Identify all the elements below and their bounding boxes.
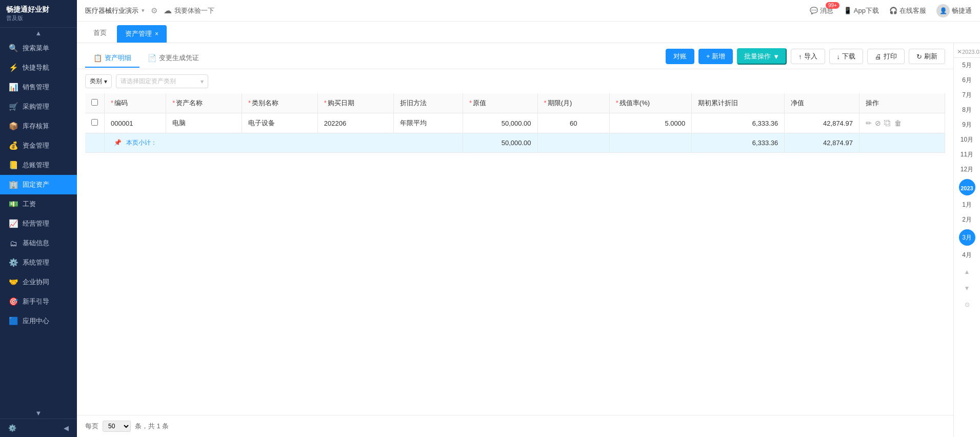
sidebar-item-payroll[interactable]: 💵工资: [0, 194, 77, 214]
rp-header: ✕ 2023.03 ⛶: [954, 46, 980, 58]
sidebar-item-ledger[interactable]: 📒总账管理: [0, 155, 77, 175]
sidebar-collapse-icon[interactable]: ◀: [64, 424, 69, 432]
header-depreciation-method: 折旧方法: [393, 93, 463, 113]
edit-icon-0[interactable]: ✏: [866, 119, 872, 127]
sidebar-scroll-up[interactable]: ▲: [0, 28, 77, 38]
header-accumulated-depreciation: 期初累计折旧: [692, 93, 785, 113]
sidebar-item-purchase[interactable]: 🛒采购管理: [0, 97, 77, 116]
header-checkbox-col: [85, 93, 105, 113]
rp-month-3月[interactable]: 3月: [959, 229, 975, 246]
rp-month-9月[interactable]: 9月: [959, 117, 975, 132]
sidebar-footer: ⚙️ ◀: [0, 419, 77, 437]
rp-month-5月[interactable]: 5月: [959, 58, 975, 73]
voucher-tab-label: 变更生成凭证: [159, 53, 199, 63]
avatar: 👤: [936, 4, 950, 17]
subtotal-accumulated: 6,333.36: [692, 133, 785, 153]
subtotal-checkbox: [85, 133, 105, 153]
rp-year-label: 2023.03: [962, 49, 980, 55]
row-category-0: 电子设备: [242, 113, 318, 133]
message-icon: 💬: [810, 7, 818, 14]
per-page-label: 每页: [85, 422, 98, 431]
sidebar-item-sales[interactable]: 📊销售管理: [0, 77, 77, 97]
assets-tab-icon: 📋: [93, 54, 102, 62]
rp-month-12月[interactable]: 12月: [959, 162, 975, 177]
sidebar-item-guide[interactable]: 🎯新手引导: [0, 292, 77, 311]
app-download-button[interactable]: 📱 App下载: [844, 6, 879, 15]
rp-month-4月[interactable]: 4月: [959, 248, 975, 263]
rp-month-1月[interactable]: 1月: [959, 197, 975, 212]
online-service-button[interactable]: 🎧 在线客服: [889, 6, 926, 15]
sidebar-item-capital[interactable]: 💰资金管理: [0, 136, 77, 155]
rp-month-10月[interactable]: 10月: [959, 132, 975, 147]
category-filter[interactable]: 类别 ▾: [85, 74, 112, 88]
refresh-label: 刷新: [924, 52, 937, 61]
disable-icon-0[interactable]: ⊘: [875, 119, 881, 127]
batch-ops-button[interactable]: 批量操作 ▼: [737, 48, 787, 65]
subtotal-actions: [859, 133, 945, 153]
rp-month-2月[interactable]: 2月: [959, 212, 975, 227]
row-purchase-date-0: 202206: [317, 113, 393, 133]
sidebar-item-system[interactable]: ⚙️系统管理: [0, 253, 77, 272]
reconcile-button[interactable]: 对账: [666, 49, 694, 64]
refresh-button[interactable]: ↻ 刷新: [909, 49, 945, 64]
rp-month-11月[interactable]: 11月: [959, 147, 975, 162]
row-code-0: 000001: [105, 113, 166, 133]
per-page-select[interactable]: 50 100: [103, 421, 131, 432]
rp-month-8月[interactable]: 8月: [959, 103, 975, 117]
main-content: 医疗器械行业演示 ▾ ⚙ ☁ 我要体验一下 💬 消息 99+ 📱 App下载 🎧…: [77, 0, 980, 437]
rp-bottom-icon-1[interactable]: ▼: [960, 281, 974, 295]
tab-home[interactable]: 首页: [85, 24, 115, 43]
delete-icon-0[interactable]: 🗑: [894, 119, 902, 127]
download-button[interactable]: ↓ 下载: [829, 49, 864, 64]
rp-close-icon[interactable]: ✕: [957, 48, 962, 55]
sidebar-item-fixedassets[interactable]: 🏢固定资产: [0, 175, 77, 194]
username: 畅捷通: [952, 6, 972, 15]
sidebar-item-basic[interactable]: 🗂基础信息: [0, 233, 77, 253]
tab-asset-management[interactable]: 资产管理 ×: [117, 25, 167, 43]
sidebar-scroll-down[interactable]: ▼: [0, 408, 77, 419]
row-select-0[interactable]: [91, 119, 98, 126]
rp-month-7月[interactable]: 7月: [959, 88, 975, 103]
new-button[interactable]: + 新增: [698, 49, 733, 64]
select-all-checkbox[interactable]: [91, 99, 98, 106]
copy-icon-0[interactable]: ⿻: [884, 119, 891, 127]
category-select-input[interactable]: 请选择固定资产类别 ▾: [116, 74, 208, 88]
experience-button[interactable]: ☁ 我要体验一下: [164, 6, 214, 15]
sidebar-item-appstore[interactable]: 🟦应用中心: [0, 311, 77, 331]
sidebar-label-fixedassets: 固定资产: [23, 180, 49, 189]
import-button[interactable]: ↑ 导入: [791, 49, 825, 64]
sidebar-icon-appstore: 🟦: [8, 316, 18, 326]
row-dep-method-0: 年限平均: [393, 113, 463, 133]
header-purchase-date: *购买日期: [317, 93, 393, 113]
topbar-gear-icon[interactable]: ⚙: [151, 6, 157, 15]
sub-tab-assets[interactable]: 📋 资产明细: [85, 49, 139, 68]
sub-tab-voucher[interactable]: 📄 变更生成凭证: [139, 49, 207, 68]
rp-month-6月[interactable]: 6月: [959, 73, 975, 88]
sidebar-icon-purchase: 🛒: [8, 102, 18, 111]
sidebar-icon-search: 🔍: [8, 44, 18, 53]
print-button[interactable]: 🖨 打印: [867, 49, 905, 64]
company-chevron-icon[interactable]: ▾: [142, 7, 145, 14]
table-header-row: *编码 *资产名称 *类别名称 *购买日期 折旧方法 *原值 *期限(月) *残…: [85, 93, 945, 113]
logo-text: 畅捷通好业财: [6, 5, 71, 14]
logo-sub: 普及版: [6, 14, 71, 22]
right-panel: ✕ 2023.03 ⛶ 5月6月7月8月9月10月11月12月20231月2月3…: [953, 43, 980, 437]
sidebar-item-inventory[interactable]: 📦库存核算: [0, 116, 77, 136]
sidebar-label-search: 搜索菜单: [23, 44, 49, 53]
rp-bottom-icon-0[interactable]: ▲: [960, 265, 974, 279]
sidebar-item-enterprise[interactable]: 🤝企业协同: [0, 272, 77, 292]
subtotal-row: 📌 本页小计： 50,000.00 6,333.36 42,874.97: [85, 133, 945, 153]
sidebar-item-quicknav[interactable]: ⚡快捷导航: [0, 58, 77, 77]
rp-bottom-icon-2[interactable]: ⊙: [960, 297, 974, 312]
message-button[interactable]: 💬 消息 99+: [810, 6, 833, 15]
app-download-icon: 📱: [844, 7, 852, 14]
sidebar-settings-icon[interactable]: ⚙️: [8, 424, 16, 432]
subtotal-net-value: 42,874.97: [785, 133, 859, 153]
tab-close-icon[interactable]: ×: [155, 30, 158, 37]
sidebar-item-operations[interactable]: 📈经营管理: [0, 214, 77, 233]
user-area[interactable]: 👤 畅捷通: [936, 4, 972, 17]
sidebar-label-guide: 新手引导: [23, 297, 49, 306]
sidebar-label-ledger: 总账管理: [23, 161, 49, 170]
category-filter-chevron: ▾: [104, 78, 107, 85]
sidebar-item-search[interactable]: 🔍搜索菜单: [0, 38, 77, 58]
